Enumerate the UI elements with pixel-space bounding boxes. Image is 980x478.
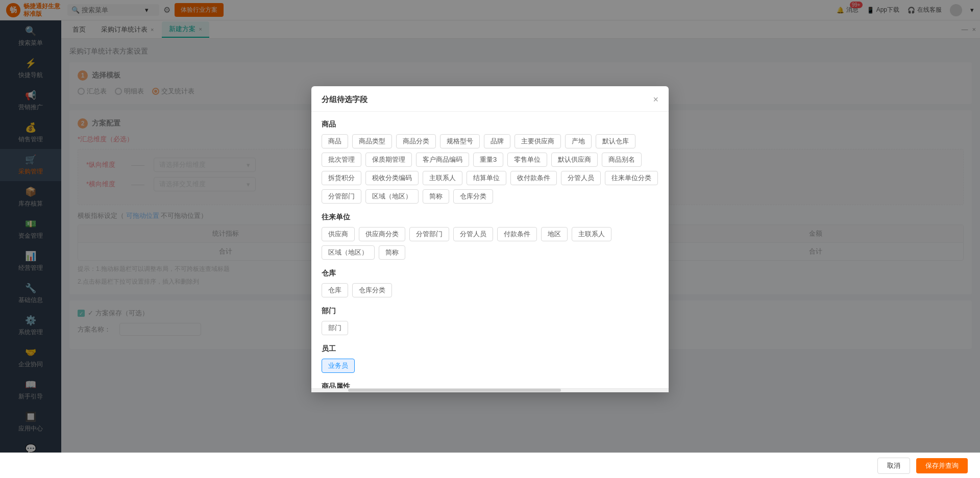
- field-group-staff: 员工 业务员: [322, 344, 658, 364]
- field-group-product: 商品 商品 商品类型 商品分类 规格型号 品牌 主要供应商 产地 默认仓库 批次…: [322, 120, 658, 204]
- field-group-warehouse: 仓库 仓库 仓库分类: [322, 269, 658, 297]
- chip-default-supplier[interactable]: 默认供应商: [551, 153, 598, 167]
- chip-supplier[interactable]: 供应商: [322, 227, 355, 241]
- chip-tax-code[interactable]: 税收分类编码: [365, 171, 419, 185]
- chip-supplier-category[interactable]: 供应商分类: [359, 227, 405, 241]
- chip-dept-managed[interactable]: 分管部门: [322, 189, 361, 204]
- field-select-dialog: 分组待选字段 × 商品 商品 商品类型 商品分类 规格型号 品牌 主要供应商 产…: [311, 86, 669, 364]
- chip-warehouse-category[interactable]: 仓库分类: [453, 189, 493, 204]
- chip-region2[interactable]: 地区: [541, 227, 568, 241]
- chip-weight[interactable]: 重量3: [473, 153, 503, 167]
- chip-main-contact[interactable]: 主联系人: [423, 171, 462, 185]
- chip-payment-terms[interactable]: 收付款条件: [510, 171, 557, 185]
- chip-shelf-life[interactable]: 保质期管理: [365, 153, 412, 167]
- product-chips: 商品 商品类型 商品分类 规格型号 品牌 主要供应商 产地 默认仓库 批次管理 …: [322, 134, 658, 204]
- chip-region-area[interactable]: 区域（地区）: [365, 189, 419, 204]
- chip-warehouse-cat[interactable]: 仓库分类: [352, 283, 392, 297]
- warehouse-group-title: 仓库: [322, 269, 658, 278]
- chip-product-category[interactable]: 商品分类: [396, 134, 436, 148]
- chip-party-category[interactable]: 往来单位分类: [605, 171, 658, 185]
- chip-main-contact2[interactable]: 主联系人: [572, 227, 611, 241]
- chip-settlement-unit[interactable]: 结算单位: [467, 171, 506, 185]
- dialog-body: 商品 商品 商品类型 商品分类 规格型号 品牌 主要供应商 产地 默认仓库 批次…: [311, 112, 669, 364]
- chip-product-type[interactable]: 商品类型: [352, 134, 392, 148]
- dept-chips: 部门: [322, 321, 658, 335]
- chip-spec-model[interactable]: 规格型号: [440, 134, 480, 148]
- staff-group-title: 员工: [322, 344, 658, 354]
- chip-payment-condition[interactable]: 付款条件: [497, 227, 537, 241]
- chip-origin[interactable]: 产地: [565, 134, 592, 148]
- chip-area2[interactable]: 区域（地区）: [322, 245, 375, 260]
- chip-product[interactable]: 商品: [322, 134, 348, 148]
- dept-group-title: 部门: [322, 307, 658, 316]
- dialog-close-button[interactable]: ×: [653, 94, 658, 105]
- field-group-dept: 部门 部门: [322, 307, 658, 335]
- chip-main-supplier[interactable]: 主要供应商: [514, 134, 561, 148]
- product-group-title: 商品: [322, 120, 658, 129]
- chip-supervisor2[interactable]: 分管人员: [453, 227, 493, 241]
- chip-salesperson[interactable]: 业务员: [322, 359, 355, 364]
- chip-short-name[interactable]: 简称: [423, 189, 449, 204]
- chip-default-warehouse[interactable]: 默认仓库: [596, 134, 635, 148]
- chip-warehouse[interactable]: 仓库: [322, 283, 348, 297]
- chip-supervisor[interactable]: 分管人员: [561, 171, 601, 185]
- party-group-title: 往来单位: [322, 213, 658, 222]
- field-group-party: 往来单位 供应商 供应商分类 分管部门 分管人员 付款条件 地区 主联系人 区域…: [322, 213, 658, 260]
- chip-batch-mgmt[interactable]: 批次管理: [322, 153, 361, 167]
- chip-retail-unit[interactable]: 零售单位: [507, 153, 547, 167]
- chip-brand[interactable]: 品牌: [484, 134, 510, 148]
- dialog-header: 分组待选字段 ×: [311, 86, 669, 112]
- dialog-title: 分组待选字段: [322, 95, 368, 105]
- staff-chips: 业务员: [322, 359, 658, 364]
- chip-short-name2[interactable]: 简称: [379, 245, 405, 260]
- chip-customer-code[interactable]: 客户商品编码: [416, 153, 469, 167]
- warehouse-chips: 仓库 仓库分类: [322, 283, 658, 297]
- chip-dept[interactable]: 部门: [322, 321, 348, 335]
- chip-dismantle-points[interactable]: 拆货积分: [322, 171, 361, 185]
- party-chips: 供应商 供应商分类 分管部门 分管人员 付款条件 地区 主联系人 区域（地区） …: [322, 227, 658, 260]
- chip-product-alias[interactable]: 商品别名: [602, 153, 642, 167]
- chip-dept-managed2[interactable]: 分管部门: [409, 227, 449, 241]
